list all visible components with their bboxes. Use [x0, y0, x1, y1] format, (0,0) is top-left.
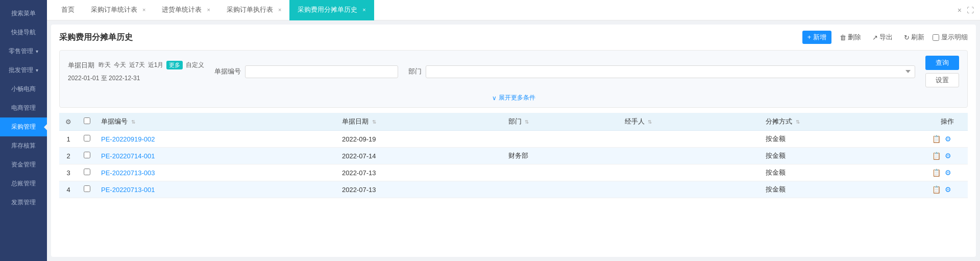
row-checkbox-1[interactable] — [84, 135, 90, 141]
shortcut-today[interactable]: 今天 — [114, 61, 126, 69]
row-doc-no-link-1[interactable]: PE-20220919-002 — [101, 135, 155, 143]
dept-filter-label: 部门 — [408, 67, 422, 76]
shortcut-more[interactable]: 更多 — [166, 61, 183, 69]
row-checkbox-4[interactable] — [84, 185, 90, 192]
show-cols-input[interactable] — [933, 34, 939, 41]
column-settings-icon[interactable]: ⚙ — [65, 118, 71, 126]
sidebar-item-ledger[interactable]: 总账管理 — [0, 174, 47, 193]
doc-number-input[interactable] — [245, 65, 398, 78]
row-num-3: 3 — [59, 164, 78, 181]
sidebar-item-label: 库存核算 — [2, 141, 45, 150]
row-action-btns-4: 📋 ⚙ — [932, 185, 963, 194]
row-dept-3 — [503, 164, 620, 181]
sidebar-item-wholesale[interactable]: 批发管理 ▾ — [0, 61, 47, 80]
row-more-icon-1[interactable]: ⚙ — [945, 135, 951, 143]
row-doc-no-link-4[interactable]: PE-20220713-001 — [101, 186, 155, 194]
shortcut-1month[interactable]: 近1月 — [148, 61, 164, 69]
add-button[interactable]: + 新增 — [802, 31, 831, 44]
row-split-method-1: 按金额 — [761, 131, 927, 148]
delete-button[interactable]: 🗑 删除 — [837, 32, 864, 43]
sidebar-item-inventory[interactable]: 库存核算 — [0, 136, 47, 155]
sidebar-item-purchase[interactable]: 采购管理 — [0, 117, 47, 136]
dept-select[interactable] — [426, 65, 915, 78]
row-doc-no-link-3[interactable]: PE-20220713-003 — [101, 169, 155, 177]
tab-purchase-stat-close[interactable]: × — [142, 7, 145, 13]
tab-stock-stat-close[interactable]: × — [207, 7, 210, 13]
row-num-1: 1 — [59, 131, 78, 148]
col-dept-sort-icon[interactable]: ⇅ — [525, 119, 529, 125]
shortcut-custom[interactable]: 自定义 — [186, 61, 204, 69]
row-action-btns-2: 📋 ⚙ — [932, 152, 963, 160]
shortcut-yesterday[interactable]: 昨天 — [99, 61, 111, 69]
table-header-row: ⚙ 单据编号 ⇅ 单据日期 ⇅ 部门 ⇅ — [59, 113, 968, 131]
row-edit-icon-2[interactable]: 📋 — [932, 152, 941, 160]
page-header: 采购费用分摊单历史 + 新增 🗑 删除 ↗ 导出 ↻ 刷新 显示明细 — [59, 31, 968, 44]
tab-purchase-exec[interactable]: 采购订单执行表 × — [218, 0, 289, 20]
col-dept-label: 部门 — [508, 117, 522, 125]
sidebar-item-ecommerce[interactable]: 电商管理 — [0, 99, 47, 117]
query-button[interactable]: 查询 — [925, 56, 959, 70]
close-all-tabs-icon[interactable]: × — [958, 6, 962, 14]
filter-bar: 单据日期 昨天 今天 近7天 近1月 更多 自定义 2022-01-01 至 2… — [59, 50, 968, 108]
row-edit-icon-4[interactable]: 📋 — [932, 185, 941, 194]
row-doc-no-3: PE-20220713-003 — [96, 164, 337, 181]
sidebar-item-invoice[interactable]: 发票管理 — [0, 193, 47, 212]
shortcut-7days[interactable]: 近7天 — [129, 61, 145, 69]
row-handler-4 — [620, 181, 761, 198]
toolbar: + 新增 🗑 删除 ↗ 导出 ↻ 刷新 显示明细 — [802, 31, 968, 44]
refresh-label: 刷新 — [911, 33, 924, 42]
row-num-2: 2 — [59, 148, 78, 164]
col-doc-no-sort-icon[interactable]: ⇅ — [131, 119, 135, 125]
main-area: 首页 采购订单统计表 × 进货单统计表 × 采购订单执行表 × 采购费用分摊单历… — [47, 0, 980, 261]
row-edit-icon-1[interactable]: 📋 — [932, 135, 941, 143]
row-action-2: 📋 ⚙ — [927, 148, 968, 164]
row-checkbox-cell-2 — [78, 148, 96, 164]
row-edit-icon-3[interactable]: 📋 — [932, 169, 941, 177]
export-button[interactable]: ↗ 导出 — [869, 32, 896, 43]
tab-purchase-fee-history-close[interactable]: × — [362, 7, 365, 13]
row-date-2: 2022-07-14 — [337, 148, 503, 164]
show-cols-label: 显示明细 — [941, 33, 968, 42]
tab-stock-stat[interactable]: 进货单统计表 × — [154, 0, 218, 20]
filter-settings-button[interactable]: 设置 — [925, 73, 959, 87]
col-split-method-sort-icon[interactable]: ⇅ — [796, 119, 800, 125]
doc-number-filter-label: 单据编号 — [214, 67, 241, 76]
fullscreen-icon[interactable]: ⛶ — [967, 6, 974, 14]
row-checkbox-2[interactable] — [84, 152, 90, 158]
sidebar-item-label: 资金管理 — [2, 160, 45, 169]
col-checkbox-header — [78, 113, 96, 131]
tab-home[interactable]: 首页 — [53, 0, 83, 20]
expand-filter-button[interactable]: ∨ 展开更多条件 — [492, 93, 535, 102]
row-split-method-2: 按金额 — [761, 148, 927, 164]
date-filter-label: 单据日期 — [68, 61, 94, 70]
col-dept-header: 部门 ⇅ — [503, 113, 620, 131]
tab-purchase-exec-close[interactable]: × — [278, 7, 281, 13]
row-more-icon-4[interactable]: ⚙ — [945, 185, 951, 194]
row-checkbox-3[interactable] — [84, 169, 90, 175]
tab-purchase-fee-history[interactable]: 采购费用分摊单历史 × — [289, 0, 374, 20]
sidebar-item-quick[interactable]: 快捷导航 — [0, 23, 47, 42]
table-row: 4 PE-20220713-001 2022-07-13 按金额 📋 ⚙ — [59, 181, 968, 198]
show-cols-checkbox[interactable]: 显示明细 — [933, 33, 968, 42]
sidebar-item-finance[interactable]: 资金管理 — [0, 155, 47, 174]
tab-purchase-stat[interactable]: 采购订单统计表 × — [83, 0, 154, 20]
delete-icon: 🗑 — [840, 34, 846, 41]
col-handler-sort-icon[interactable]: ⇅ — [648, 119, 652, 125]
tab-purchase-fee-history-label: 采购费用分摊单历史 — [298, 5, 357, 14]
row-action-3: 📋 ⚙ — [927, 164, 968, 181]
select-all-checkbox[interactable] — [84, 117, 90, 124]
row-more-icon-3[interactable]: ⚙ — [945, 169, 951, 177]
sidebar-item-search[interactable]: 搜索菜单 — [0, 4, 47, 23]
row-doc-no-link-2[interactable]: PE-20220714-001 — [101, 152, 155, 160]
col-date-sort-icon[interactable]: ⇅ — [372, 119, 376, 125]
col-action-header: 操作 — [927, 113, 968, 131]
sidebar-item-mini[interactable]: 小畅电商 — [0, 80, 47, 99]
sidebar-item-retail[interactable]: 零售管理 ▾ — [0, 42, 47, 61]
refresh-button[interactable]: ↻ 刷新 — [901, 32, 927, 43]
tab-purchase-stat-label: 采购订单统计表 — [91, 5, 137, 14]
doc-number-filter-group: 单据编号 — [214, 65, 398, 78]
row-action-btns-3: 📋 ⚙ — [932, 169, 963, 177]
row-handler-3 — [620, 164, 761, 181]
row-more-icon-2[interactable]: ⚙ — [945, 152, 951, 160]
row-checkbox-cell-1 — [78, 131, 96, 148]
